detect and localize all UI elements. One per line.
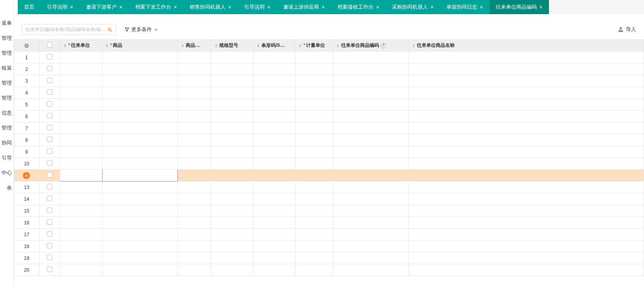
cell-partner[interactable] bbox=[60, 181, 102, 193]
cell-prod_dots[interactable] bbox=[178, 181, 211, 193]
cell-spec[interactable] bbox=[211, 252, 253, 264]
cell-barcode[interactable] bbox=[253, 205, 295, 217]
row-checkbox[interactable] bbox=[47, 196, 52, 201]
cell-partner_code[interactable] bbox=[333, 134, 409, 146]
table-row[interactable]: 5 bbox=[14, 99, 644, 111]
cell-partner_code[interactable] bbox=[333, 99, 409, 111]
cell-barcode[interactable] bbox=[253, 87, 295, 99]
close-icon[interactable]: ✕ bbox=[228, 5, 231, 10]
cell-partner_name[interactable] bbox=[409, 229, 644, 241]
cell-partner_name[interactable] bbox=[409, 170, 644, 181]
cell-prod_dots[interactable] bbox=[178, 87, 211, 99]
tab-10[interactable]: 往来单位商品编码✕ bbox=[489, 0, 549, 14]
cell-spec[interactable] bbox=[211, 193, 253, 205]
cell-partner_name[interactable] bbox=[409, 205, 644, 217]
cell-partner[interactable] bbox=[60, 134, 102, 146]
cell-spec[interactable] bbox=[211, 99, 253, 111]
row-checkbox[interactable] bbox=[47, 148, 52, 154]
cell-partner[interactable] bbox=[60, 170, 102, 181]
cell-partner_name[interactable] bbox=[409, 158, 644, 170]
sidebar-item-8[interactable]: 协同 bbox=[0, 135, 13, 150]
table-row[interactable]: 16 bbox=[14, 217, 644, 229]
cell-partner_name[interactable] bbox=[409, 87, 644, 99]
table-row[interactable]: 3 bbox=[14, 75, 644, 87]
cell-unit[interactable] bbox=[295, 205, 333, 217]
tab-0[interactable]: 首页 bbox=[18, 0, 41, 14]
cell-product[interactable] bbox=[102, 252, 178, 264]
sort-icon[interactable]: ▲▼ bbox=[215, 44, 218, 48]
search-icon[interactable] bbox=[107, 26, 113, 33]
cell-product[interactable] bbox=[102, 52, 178, 63]
cell-prod_dots[interactable] bbox=[178, 75, 211, 87]
cell-prod_dots[interactable] bbox=[178, 217, 211, 229]
table-row[interactable]: 13 bbox=[14, 181, 644, 193]
header-unit[interactable]: ▲▼*计量单位 bbox=[295, 40, 333, 52]
table-row[interactable]: 4 bbox=[14, 87, 644, 99]
cell-prod_dots[interactable] bbox=[178, 241, 211, 252]
cell-product[interactable] bbox=[102, 264, 178, 276]
cell-spec[interactable] bbox=[211, 181, 253, 193]
cell-barcode[interactable] bbox=[253, 264, 295, 276]
add-row-button[interactable]: + bbox=[23, 172, 30, 179]
search-input[interactable] bbox=[25, 27, 107, 32]
cell-product[interactable] bbox=[102, 99, 178, 111]
row-checkbox[interactable] bbox=[47, 66, 52, 71]
export-button[interactable]: 导入 bbox=[618, 26, 636, 33]
row-checkbox[interactable] bbox=[47, 184, 52, 189]
tab-1[interactable]: 引导说明✕ bbox=[41, 0, 80, 14]
cell-barcode[interactable] bbox=[253, 146, 295, 158]
cell-partner[interactable] bbox=[60, 229, 102, 241]
row-checkbox[interactable] bbox=[47, 89, 52, 95]
sort-icon[interactable]: ▲▼ bbox=[412, 44, 415, 48]
cell-partner_code[interactable] bbox=[333, 146, 409, 158]
cell-barcode[interactable] bbox=[253, 217, 295, 229]
sidebar-item-2[interactable]: 管理 bbox=[0, 46, 13, 61]
close-icon[interactable]: ✕ bbox=[539, 5, 543, 10]
cell-barcode[interactable] bbox=[253, 252, 295, 264]
cell-spec[interactable] bbox=[211, 63, 253, 75]
cell-prod_dots[interactable] bbox=[178, 229, 211, 241]
close-icon[interactable]: ✕ bbox=[267, 5, 271, 10]
cell-partner_code[interactable] bbox=[333, 52, 409, 63]
sidebar-item-7[interactable]: 管理 bbox=[0, 120, 13, 135]
sidebar-item-11[interactable]: 表 bbox=[0, 180, 13, 195]
sort-icon[interactable]: ▲▼ bbox=[299, 44, 302, 48]
row-checkbox[interactable] bbox=[47, 255, 52, 260]
table-row[interactable]: 6 bbox=[14, 111, 644, 122]
cell-prod_dots[interactable] bbox=[178, 264, 211, 276]
cell-prod_dots[interactable] bbox=[178, 134, 211, 146]
cell-partner[interactable] bbox=[60, 264, 102, 276]
cell-barcode[interactable] bbox=[253, 99, 295, 111]
sidebar-item-0[interactable]: 菜单 bbox=[0, 16, 13, 31]
cell-prod_dots[interactable] bbox=[178, 122, 211, 134]
table-row[interactable]: 20 bbox=[14, 264, 644, 276]
cell-unit[interactable] bbox=[295, 122, 333, 134]
cell-barcode[interactable] bbox=[253, 229, 295, 241]
help-icon[interactable]: ? bbox=[381, 43, 386, 48]
cell-product[interactable] bbox=[102, 111, 178, 122]
tab-7[interactable]: 档案接收工作台✕ bbox=[331, 0, 386, 14]
sidebar-item-3[interactable]: 核算 bbox=[0, 61, 13, 76]
table-row[interactable]: 17 bbox=[14, 229, 644, 241]
header-gear[interactable]: ⚙ bbox=[14, 40, 39, 52]
close-icon[interactable]: ✕ bbox=[174, 5, 177, 10]
table-row[interactable]: 10 bbox=[14, 158, 644, 170]
cell-barcode[interactable] bbox=[253, 111, 295, 122]
cell-barcode[interactable] bbox=[253, 63, 295, 75]
row-checkbox[interactable] bbox=[47, 113, 52, 119]
cell-barcode[interactable] bbox=[253, 170, 295, 181]
header-product[interactable]: ▲▼*商品 bbox=[102, 40, 178, 52]
close-icon[interactable]: ✕ bbox=[430, 5, 434, 10]
sidebar-item-9[interactable]: 引导 bbox=[0, 150, 13, 165]
cell-spec[interactable] bbox=[211, 87, 253, 99]
cell-unit[interactable] bbox=[295, 193, 333, 205]
sidebar-item-1[interactable]: 管理 bbox=[0, 31, 13, 46]
cell-product[interactable] bbox=[102, 75, 178, 87]
table-row[interactable]: 7 bbox=[14, 122, 644, 134]
cell-partner[interactable] bbox=[60, 252, 102, 264]
cell-product[interactable] bbox=[102, 241, 178, 252]
cell-partner[interactable] bbox=[60, 158, 102, 170]
sort-icon[interactable]: ▲▼ bbox=[257, 44, 260, 48]
cell-partner_code[interactable] bbox=[333, 87, 409, 99]
cell-spec[interactable] bbox=[211, 146, 253, 158]
